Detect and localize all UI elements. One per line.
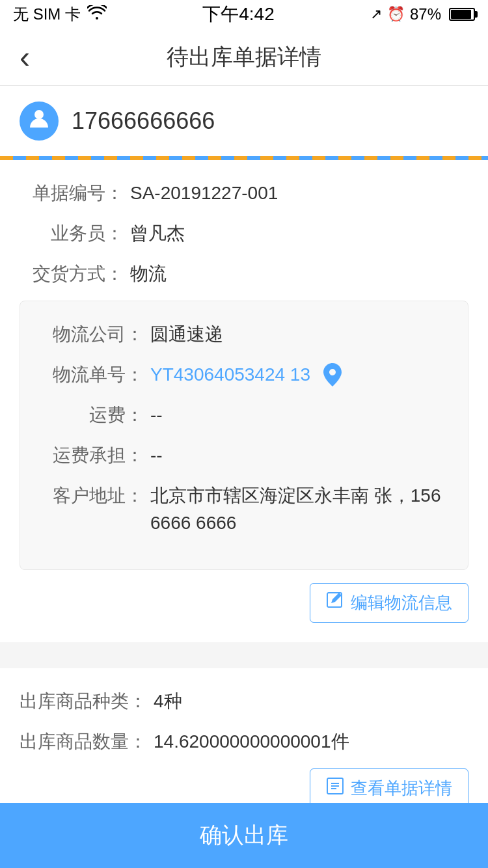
quantity-label: 出库商品数量：: [20, 728, 147, 755]
confirm-button-label: 确认出库: [200, 821, 288, 850]
tracking-row: 物流单号： YT43064053424 13: [40, 361, 448, 388]
types-row: 出库商品种类： 4种: [20, 688, 468, 715]
salesperson-row: 业务员： 曾凡杰: [20, 220, 468, 247]
edit-logistics-button[interactable]: 编辑物流信息: [310, 583, 468, 623]
customer-phone: 17666666666: [72, 107, 215, 135]
edit-icon: [326, 591, 344, 614]
view-details-btn-container: 查看单据详情: [20, 768, 468, 808]
battery-percent: 87%: [410, 5, 441, 23]
view-details-button[interactable]: 查看单据详情: [310, 768, 468, 808]
edit-logistics-label: 编辑物流信息: [351, 591, 452, 614]
logistics-section: 物流公司： 圆通速递 物流单号： YT43064053424 13 运费： --: [20, 301, 468, 570]
status-right: ↗ ⏰ 87%: [370, 5, 475, 23]
types-label: 出库商品种类：: [20, 688, 147, 715]
freight-bearer-row: 运费承担： --: [40, 442, 448, 469]
tracking-number: YT43064053424 13: [150, 361, 310, 388]
confirm-bar[interactable]: 确认出库: [0, 803, 488, 868]
order-no-value: SA-20191227-001: [130, 180, 468, 207]
quantity-row: 出库商品数量： 14.620000000000001件: [20, 728, 468, 755]
types-value: 4种: [154, 688, 468, 715]
order-no-label: 单据编号：: [20, 180, 124, 207]
svg-point-0: [34, 110, 44, 119]
logistics-company-row: 物流公司： 圆通速递: [40, 321, 448, 348]
order-info-section: 单据编号： SA-20191227-001 业务员： 曾凡杰 交货方式： 物流 …: [0, 160, 488, 642]
salesperson-label: 业务员：: [20, 220, 124, 247]
address-row: 客户地址： 北京市市辖区海淀区永丰南 张，156 6666 6666: [40, 482, 448, 537]
customer-header: 17666666666: [0, 86, 488, 156]
delivery-row: 交货方式： 物流: [20, 260, 468, 288]
tracking-value: YT43064053424 13: [150, 361, 448, 388]
tracking-label: 物流单号：: [40, 361, 144, 388]
separator: [0, 655, 488, 668]
wifi-icon: [87, 5, 107, 23]
freight-label: 运费：: [40, 401, 144, 429]
status-bar: 无 SIM 卡 下午4:42 ↗ ⏰ 87%: [0, 0, 488, 29]
freight-bearer-value: --: [150, 442, 448, 469]
carrier-text: 无 SIM 卡: [13, 4, 81, 25]
logistics-company-label: 物流公司：: [40, 321, 144, 348]
quantity-value: 14.620000000000001件: [154, 728, 468, 755]
delivery-value: 物流: [130, 260, 468, 288]
location-status-icon: ↗: [370, 6, 382, 23]
freight-value: --: [150, 401, 448, 429]
list-icon: [326, 777, 344, 800]
nav-bar: ‹ 待出库单据详情: [0, 29, 488, 86]
delivery-label: 交货方式：: [20, 260, 124, 288]
map-pin-icon[interactable]: [323, 363, 347, 387]
order-no-row: 单据编号： SA-20191227-001: [20, 180, 468, 207]
freight-bearer-label: 运费承担：: [40, 442, 144, 469]
address-value: 北京市市辖区海淀区永丰南 张，156 6666 6666: [150, 482, 448, 537]
avatar: [20, 102, 59, 141]
alarm-icon: ⏰: [387, 6, 405, 23]
person-icon: [27, 107, 51, 136]
page-title: 待出库单据详情: [167, 42, 321, 72]
freight-row: 运费： --: [40, 401, 448, 429]
battery-icon: [449, 8, 475, 21]
salesperson-value: 曾凡杰: [130, 220, 468, 247]
view-details-label: 查看单据详情: [351, 777, 452, 800]
logistics-company-value: 圆通速递: [150, 321, 448, 348]
edit-logistics-btn-container: 编辑物流信息: [20, 583, 468, 623]
status-left: 无 SIM 卡: [13, 4, 107, 25]
address-label: 客户地址：: [40, 482, 144, 509]
status-time: 下午4:42: [202, 2, 275, 27]
back-button[interactable]: ‹: [13, 33, 36, 81]
